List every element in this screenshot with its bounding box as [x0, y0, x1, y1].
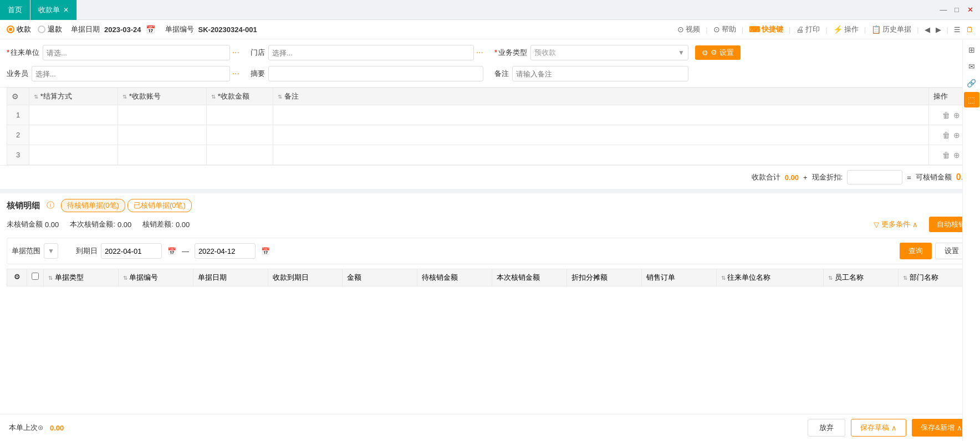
- cell-remark-1[interactable]: [273, 105, 929, 125]
- vcol-pending-amount: 待核销金额: [417, 269, 492, 286]
- diff-value: 0.00: [176, 221, 190, 229]
- verify-tabs: 待核销单据(0笔) 已核销单据(0笔): [61, 199, 192, 212]
- query-button[interactable]: 查询: [900, 243, 932, 259]
- nav-next-btn[interactable]: ▶: [936, 25, 941, 34]
- range-chevron-icon: ▼: [48, 247, 54, 255]
- col-header-settle-method: ⇅ *结算方式: [29, 88, 118, 105]
- cell-remark-2[interactable]: [273, 125, 929, 145]
- sidebar-mail-icon[interactable]: ✉: [964, 59, 979, 74]
- vcol-due-date: 收款到期日: [268, 269, 343, 286]
- edit-view-btn[interactable]: 🗒: [966, 25, 973, 34]
- help-icon: ⊙: [713, 25, 720, 34]
- tab-done[interactable]: 已核销单据(0笔): [127, 199, 192, 212]
- radio-refund[interactable]: 退款: [38, 24, 62, 34]
- vcol-employee-name: ⇅ 员工名称: [824, 269, 899, 286]
- operate-icon: ⚡: [833, 25, 843, 34]
- salesperson-field: 业务员 ···: [7, 66, 239, 81]
- more-conditions-btn[interactable]: ▽ 更多条件 ∧: [874, 219, 918, 229]
- summary-label: 摘要: [251, 69, 265, 79]
- cell-settle-2[interactable]: [29, 125, 118, 145]
- range-field: 单据范围 ▼: [12, 243, 58, 259]
- print-btn[interactable]: 🖨 打印: [796, 24, 820, 34]
- remark-field: 备注: [494, 66, 688, 81]
- nav-prev-btn[interactable]: ◀: [925, 25, 930, 34]
- partner-more-btn[interactable]: ···: [232, 48, 239, 58]
- copy-row-2-icon[interactable]: ⊕: [953, 131, 960, 140]
- due-date-to-input[interactable]: [195, 243, 256, 259]
- list-view-btn[interactable]: ☰: [954, 25, 961, 34]
- tab-close-receipt[interactable]: ✕: [63, 6, 69, 14]
- sidebar-link-icon[interactable]: 🔗: [964, 75, 979, 91]
- vcol-doc-no: ⇅ 单据编号: [119, 269, 193, 286]
- copy-row-1-icon[interactable]: ⊕: [953, 111, 960, 120]
- gear-icon: ⚙: [702, 49, 708, 57]
- summary-input[interactable]: [268, 66, 483, 81]
- shop-more-btn[interactable]: ···: [476, 48, 483, 58]
- history-btn[interactable]: 📋 历史单据: [871, 24, 911, 34]
- vcol-partner-name: ⇅ 往来单位名称: [717, 269, 824, 286]
- verify-table-select-all[interactable]: [32, 273, 39, 280]
- minimize-button[interactable]: —: [939, 6, 948, 14]
- tab-pending[interactable]: 待核销单据(0笔): [61, 199, 125, 212]
- verify-table-header: ⚙ ⇅ 单据类型 ⇅ 单据编号 单据日期 收款到期日: [7, 269, 973, 286]
- table-row: 2 🗑 ⊕: [7, 125, 973, 145]
- delete-row-3-icon[interactable]: 🗑: [942, 151, 950, 160]
- date-to-calendar-icon[interactable]: 📅: [261, 247, 270, 255]
- cell-settle-3[interactable]: [29, 145, 118, 165]
- copy-row-3-icon[interactable]: ⊕: [953, 151, 960, 160]
- biz-type-field: 业务类型 预收款 ▼: [494, 45, 688, 60]
- date-calendar-icon[interactable]: 📅: [146, 25, 155, 34]
- table-settings-icon[interactable]: ⚙: [12, 92, 19, 101]
- partner-input[interactable]: [43, 45, 230, 60]
- table-section: ⚙ ⇅ *结算方式 ⇅ *收款账号 ⇅ *收款金额 ⇅: [0, 88, 980, 165]
- close-button[interactable]: ✕: [966, 6, 974, 14]
- col-header-settings[interactable]: ⚙: [7, 88, 29, 105]
- table-row: 1 🗑 ⊕: [7, 105, 973, 125]
- help-btn[interactable]: ⊙ 帮助: [713, 24, 736, 34]
- radio-collect[interactable]: 收款: [7, 24, 31, 34]
- cash-discount-input[interactable]: [847, 170, 902, 184]
- vcol-settings[interactable]: ⚙: [7, 269, 27, 286]
- cell-amount-1[interactable]: [207, 105, 273, 125]
- sidebar-table-icon[interactable]: ⊞: [964, 42, 979, 58]
- save-draft-button[interactable]: 保存草稿 ∧: [851, 419, 906, 437]
- cell-account-1[interactable]: [118, 105, 207, 125]
- sidebar-expand-icon[interactable]: ⬚: [964, 92, 979, 107]
- delete-row-1-icon[interactable]: 🗑: [942, 111, 950, 120]
- operate-btn[interactable]: ⚡ 操作: [833, 24, 859, 34]
- cell-settle-1[interactable]: [29, 105, 118, 125]
- cell-account-2[interactable]: [118, 125, 207, 145]
- abandon-button[interactable]: 放弃: [808, 419, 845, 437]
- date-from-calendar-icon[interactable]: 📅: [167, 247, 176, 255]
- cell-remark-3[interactable]: [273, 145, 929, 165]
- video-btn[interactable]: ⊙ 视频: [677, 24, 700, 34]
- cell-amount-2[interactable]: [207, 125, 273, 145]
- remark-input[interactable]: [512, 66, 688, 81]
- shop-input[interactable]: [268, 45, 474, 60]
- cell-amount-3[interactable]: [207, 145, 273, 165]
- salesperson-more-btn[interactable]: ···: [232, 69, 239, 79]
- vcol-sales-order: 销售订单: [642, 269, 717, 286]
- verify-table-wrap: ⚙ ⇅ 单据类型 ⇅ 单据编号 单据日期 收款到期日: [7, 269, 973, 286]
- settings-button[interactable]: ⚙ ⚙ 设置: [695, 45, 741, 60]
- biz-type-select[interactable]: 预收款 ▼: [530, 45, 688, 60]
- maximize-button[interactable]: □: [952, 6, 961, 14]
- main-content: 收款 退款 单据日期 2023-03-24 📅 单据编号 SK-20230324…: [0, 20, 980, 441]
- salesperson-input[interactable]: [32, 66, 230, 81]
- save-chevron-icon: ∧: [957, 424, 962, 432]
- verify-table-settings-icon[interactable]: ⚙: [14, 273, 21, 281]
- vcol-this-amount: 本次核销金额: [492, 269, 567, 286]
- cell-account-3[interactable]: [118, 145, 207, 165]
- radio-refund-circle: [38, 25, 45, 33]
- due-date-from-input[interactable]: [101, 243, 162, 259]
- range-select[interactable]: ▼: [44, 243, 58, 259]
- row-no-3: 3: [7, 145, 29, 165]
- tab-home[interactable]: 首页: [0, 0, 30, 20]
- uncancelled-stat: 未核销金额 0.00: [7, 219, 59, 229]
- verify-info-icon[interactable]: ⓘ: [47, 201, 54, 211]
- tab-receipt[interactable]: 收款单 ✕: [30, 0, 77, 20]
- delete-row-2-icon[interactable]: 🗑: [942, 131, 950, 140]
- table-row: 3 🗑 ⊕: [7, 145, 973, 165]
- shortcut-btn[interactable]: ⌨ 快捷键: [749, 24, 783, 34]
- uncancelled-value: 0.00: [45, 221, 59, 229]
